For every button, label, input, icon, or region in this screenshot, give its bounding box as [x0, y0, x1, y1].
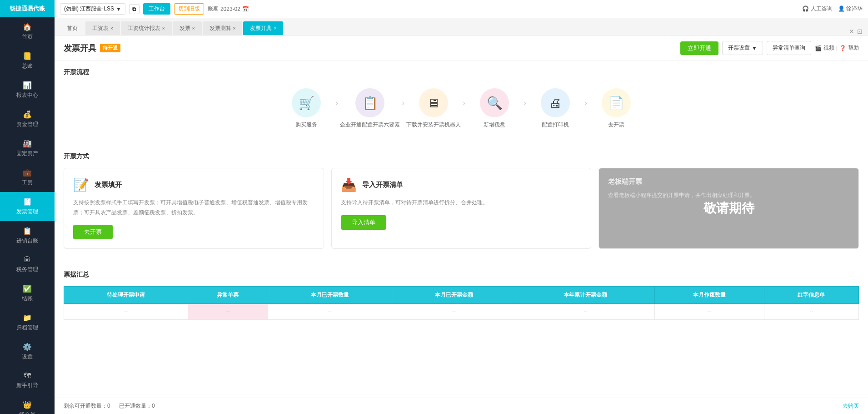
view-link[interactable]: 视频 — [823, 44, 834, 52]
step-printer: 🖨 配置打印机 — [528, 88, 583, 129]
methods-grid: 📝 发票填开 支持按照发票样式手工填写开发票；可开具增值税电子普通发票、增值税普… — [64, 168, 859, 249]
calendar-icon[interactable]: 📅 — [242, 6, 249, 12]
home-icon: 🏠 — [23, 23, 32, 31]
col-abnormal: 异常单票 — [188, 287, 268, 304]
close-tab-invoice-issue[interactable]: × — [274, 26, 276, 31]
method-boss: 老板端开票 查看老板端小程序提交的开票申请，并作出相应处理和开票。 敬请期待 — [599, 168, 859, 249]
purchase-icon: 📋 — [23, 227, 32, 235]
arrow-2: › — [402, 98, 404, 108]
tax-icon: 🏛 — [24, 256, 31, 264]
settings-icon: ⚙️ — [23, 343, 32, 351]
sidebar: 畅捷通易代账 🏠 首页 📒 总账 📊 报表中心 💰 资金管理 🏭 固定资产 💼 … — [0, 0, 55, 414]
funds-icon: 💰 — [23, 110, 32, 119]
process-section: 开票流程 🛒 购买服务 › 📋 企业开通配置开票六要素 › 🖥 下载并安装开票机… — [55, 61, 868, 145]
col-void-count: 本月作废数量 — [655, 287, 764, 304]
tab-salary-report[interactable]: 工资统计报表 × — [121, 21, 172, 35]
sidebar-item-member[interactable]: 👑 畅会员 — [0, 395, 55, 414]
page-title: 发票开具 — [64, 43, 96, 54]
col-year-amount: 本年累计开票金额 — [516, 287, 654, 304]
method-import: 📥 导入开票清单 支持导入待开票清单，可对待开票清单进行拆分、合并处理。 导入清… — [331, 168, 592, 249]
company-selector[interactable]: (勿删) 江西服全-LSS ▼ — [60, 3, 125, 15]
help-link[interactable]: 帮助 — [848, 44, 859, 52]
user-avatar[interactable]: 👤 徐泽华 — [838, 5, 863, 13]
close-tab-salary[interactable]: × — [110, 26, 113, 31]
step-download-icon: 🖥 — [419, 88, 448, 117]
cell-abnormal: -- — [188, 304, 268, 320]
step-taxdisk-icon: 🔍 — [480, 88, 509, 117]
col-red-info: 红字信息单 — [764, 287, 858, 304]
tab-invoice-calc[interactable]: 发票测算 × — [203, 21, 243, 35]
method-manual-header: 📝 发票填开 — [73, 177, 314, 192]
assets-icon: 🏭 — [23, 139, 32, 148]
sidebar-item-ledger[interactable]: 📒 总账 — [0, 46, 55, 76]
go-invoice-button[interactable]: 去开票 — [73, 225, 113, 239]
close-tab-invoice[interactable]: × — [192, 26, 195, 31]
step-buy-label: 购买服务 — [295, 121, 317, 129]
video-icon: 🎬 — [815, 45, 822, 51]
methods-title: 开票方式 — [64, 152, 859, 161]
summary-title: 票据汇总 — [64, 271, 859, 279]
sidebar-item-reports[interactable]: 📊 报表中心 — [0, 76, 55, 105]
sidebar-item-invoice[interactable]: 🧾 发票管理 — [0, 192, 55, 221]
method-manual-desc: 支持按照发票样式手工填写开发票；可开具增值税电子普通发票、增值税普通发票、增值税… — [73, 198, 314, 217]
topbar: (勿删) 江西服全-LSS ▼ ⧉ 工作台 切到旧版 账期 2023-02 📅 … — [55, 0, 868, 18]
period-value: 2023-02 — [220, 6, 240, 12]
copy-button[interactable]: ⧉ — [129, 4, 140, 14]
main-content: (勿删) 江西服全-LSS ▼ ⧉ 工作台 切到旧版 账期 2023-02 📅 … — [55, 0, 868, 414]
reports-icon: 📊 — [23, 81, 32, 90]
workspace-button[interactable]: 工作台 — [143, 3, 170, 15]
page-header: 发票开具 待开通 立即开通 开票设置 ▼ 异常清单查询 🎬 视频 | ❓ 帮助 — [55, 35, 868, 61]
status-badge: 待开通 — [100, 44, 120, 52]
close-tab-salary-report[interactable]: × — [162, 26, 165, 31]
chevron-down-icon: ▼ — [752, 45, 757, 51]
method-manual: 📝 发票填开 支持按照发票样式手工填写开发票；可开具增值税电子普通发票、增值税普… — [64, 168, 324, 249]
restore-window-icon[interactable]: ⊡ — [857, 28, 863, 35]
arrow-3: › — [463, 98, 465, 108]
sidebar-item-home[interactable]: 🏠 首页 — [0, 17, 55, 46]
sidebar-item-salary[interactable]: 💼 工资 — [0, 163, 55, 192]
method-manual-icon: 📝 — [73, 177, 89, 192]
bottom-info: 剩余可开通数量：0 已开通数量：0 — [64, 402, 155, 410]
tab-invoice-issue[interactable]: 发票开具 × — [243, 21, 283, 35]
open-now-button[interactable]: 立即开通 — [680, 41, 718, 55]
import-list-button[interactable]: 导入清单 — [341, 215, 386, 230]
step-config: 📋 企业开通配置开票六要素 — [340, 88, 400, 129]
dropdown-icon: ▼ — [116, 6, 121, 12]
step-config-icon: 📋 — [355, 88, 384, 117]
tab-home[interactable]: 首页 — [60, 21, 85, 35]
abnormal-query-button[interactable]: 异常清单查询 — [767, 41, 811, 55]
switch-version-button[interactable]: 切到旧版 — [174, 3, 204, 15]
close-window-icon[interactable]: ✕ — [849, 28, 854, 35]
close-tab-invoice-calc[interactable]: × — [233, 26, 236, 31]
help-icon: ❓ — [839, 45, 846, 51]
sidebar-item-assets[interactable]: 🏭 固定资产 — [0, 134, 55, 163]
tab-salary[interactable]: 工资表 × — [85, 21, 120, 35]
step-taxdisk: 🔍 新增税盘 — [467, 88, 522, 129]
page-title-area: 发票开具 待开通 — [64, 43, 120, 54]
sidebar-item-tax[interactable]: 🏛 税务管理 — [0, 250, 55, 279]
summary-section: 票据汇总 待处理开票申请 异常单票 本月已开票数量 本月已开票金额 本年累计开票… — [55, 263, 868, 327]
method-manual-title: 发票填开 — [95, 181, 122, 189]
sidebar-item-settings[interactable]: ⚙️ 设置 — [0, 337, 55, 366]
page-content: 发票开具 待开通 立即开通 开票设置 ▼ 异常清单查询 🎬 视频 | ❓ 帮助 — [55, 35, 868, 398]
open-settings-button[interactable]: 开票设置 ▼ — [722, 41, 763, 55]
summary-header-row: 待处理开票申请 异常单票 本月已开票数量 本月已开票金额 本年累计开票金额 本月… — [64, 287, 859, 304]
sidebar-item-guide[interactable]: 🗺 新手引导 — [0, 366, 55, 395]
period-label: 账期 — [208, 5, 219, 13]
guide-icon: 🗺 — [24, 372, 31, 380]
sidebar-item-settle[interactable]: ✅ 结账 — [0, 279, 55, 308]
summary-table: 待处理开票申请 异常单票 本月已开票数量 本月已开票金额 本年累计开票金额 本月… — [64, 286, 859, 320]
help-area: 🎬 视频 | ❓ 帮助 — [815, 44, 859, 52]
sidebar-item-funds[interactable]: 💰 资金管理 — [0, 105, 55, 134]
step-download: 🖥 下载并安装开票机器人 — [406, 88, 461, 129]
buy-link[interactable]: 去购买 — [843, 402, 859, 410]
arrow-1: › — [335, 98, 338, 108]
method-import-header: 📥 导入开票清单 — [341, 177, 582, 192]
step-taxdisk-label: 新增税盘 — [484, 121, 505, 129]
service-button[interactable]: 🎧 人工咨询 — [802, 5, 832, 13]
method-import-desc: 支持导入待开票清单，可对待开票清单进行拆分、合并处理。 — [341, 198, 582, 208]
sidebar-item-archive[interactable]: 📁 归档管理 — [0, 308, 55, 337]
bottom-bar: 剩余可开通数量：0 已开通数量：0 去购买 — [55, 398, 868, 414]
sidebar-item-purchase[interactable]: 📋 进销台账 — [0, 221, 55, 250]
tab-invoice[interactable]: 发票 × — [173, 21, 202, 35]
